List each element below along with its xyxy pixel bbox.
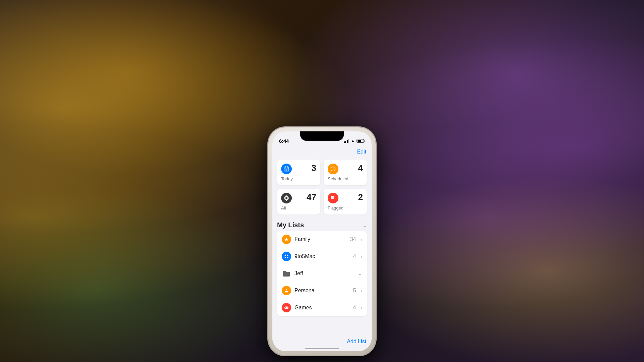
svg-point-17 xyxy=(286,289,287,291)
svg-point-9 xyxy=(286,200,287,201)
my-lists-title: My Lists xyxy=(277,221,304,229)
smart-card-scheduled-top: 4 xyxy=(328,164,363,174)
list-item-games[interactable]: Games 4 › xyxy=(277,299,367,316)
status-icons: ▲ xyxy=(344,138,365,143)
flagged-icon xyxy=(328,193,338,203)
status-time: 6:44 xyxy=(279,138,289,144)
today-count: 3 xyxy=(312,164,316,172)
games-name: Games xyxy=(294,305,350,311)
personal-count: 5 xyxy=(353,288,356,294)
scheduled-label: Scheduled xyxy=(328,176,363,181)
jeff-expand-icon: ⌄ xyxy=(358,271,362,276)
home-indicator xyxy=(305,348,339,349)
scheduled-count: 4 xyxy=(358,164,363,172)
9to5mac-count: 4 xyxy=(353,253,356,259)
family-count: 34 xyxy=(350,236,356,242)
svg-text:15: 15 xyxy=(285,169,287,171)
smart-card-all[interactable]: 47 All xyxy=(277,189,320,215)
family-icon xyxy=(282,235,291,244)
jeff-name: Jeff xyxy=(294,270,355,277)
my-lists-chevron-icon: ⌄ xyxy=(363,223,367,228)
svg-point-11 xyxy=(288,198,289,199)
smart-card-today[interactable]: 15 3 Today xyxy=(277,160,320,185)
games-count: 4 xyxy=(353,305,356,311)
smart-card-today-top: 15 3 xyxy=(281,164,316,174)
9to5mac-name: 9to5Mac xyxy=(294,253,350,259)
list-items-container: Family 34 › xyxy=(277,231,367,316)
list-item-personal[interactable]: Personal 5 › xyxy=(277,282,367,299)
today-icon: 15 xyxy=(281,164,292,174)
svg-point-7 xyxy=(285,197,287,199)
svg-point-10 xyxy=(284,198,285,199)
phone-screen: 6:44 ▲ Edit xyxy=(272,131,372,351)
app-content: Edit 15 xyxy=(272,146,372,351)
my-lists-header: My Lists ⌄ xyxy=(277,219,367,231)
flagged-label: Flagged xyxy=(328,205,363,210)
signal-icon xyxy=(344,139,350,143)
svg-marker-12 xyxy=(284,237,288,241)
list-item-9to5mac[interactable]: 9to5Mac 4 › xyxy=(277,248,367,265)
family-name: Family xyxy=(294,236,347,242)
today-label: Today xyxy=(281,176,316,181)
scheduled-icon xyxy=(328,164,338,174)
phone: 6:44 ▲ Edit xyxy=(268,127,376,355)
all-icon xyxy=(281,193,292,203)
svg-rect-14 xyxy=(287,255,288,256)
svg-rect-16 xyxy=(287,257,288,258)
personal-name: Personal xyxy=(294,288,350,294)
smart-card-scheduled[interactable]: 4 Scheduled xyxy=(324,160,367,185)
svg-rect-15 xyxy=(285,257,286,258)
svg-rect-18 xyxy=(284,307,288,309)
jeff-folder-icon xyxy=(282,269,291,278)
list-item-jeff[interactable]: Jeff ⌄ xyxy=(277,265,367,282)
9to5mac-chevron-icon: › xyxy=(361,254,362,259)
9to5mac-icon xyxy=(282,252,291,261)
add-list-button[interactable]: Add List xyxy=(347,339,366,345)
flagged-count: 2 xyxy=(358,193,363,201)
personal-chevron-icon: › xyxy=(361,288,362,293)
all-label: All xyxy=(281,205,316,210)
svg-point-21 xyxy=(287,307,287,308)
svg-rect-13 xyxy=(285,255,286,256)
svg-point-8 xyxy=(286,195,287,196)
smart-lists-grid: 15 3 Today xyxy=(272,146,372,219)
svg-point-22 xyxy=(287,308,288,308)
notch xyxy=(300,131,344,141)
family-chevron-icon: › xyxy=(361,237,362,242)
all-count: 47 xyxy=(307,193,316,201)
list-item-family[interactable]: Family 34 › xyxy=(277,231,367,248)
smart-card-all-top: 47 xyxy=(281,193,316,203)
smart-card-flagged[interactable]: 2 Flagged xyxy=(324,189,367,215)
games-chevron-icon: › xyxy=(361,305,362,310)
edit-button[interactable]: Edit xyxy=(357,149,366,155)
games-icon xyxy=(282,303,291,312)
personal-icon xyxy=(282,286,291,295)
smart-card-flagged-top: 2 xyxy=(328,193,363,203)
wifi-icon: ▲ xyxy=(351,138,355,143)
battery-icon xyxy=(357,139,365,143)
my-lists-section: My Lists ⌄ Family 34 xyxy=(272,219,372,316)
